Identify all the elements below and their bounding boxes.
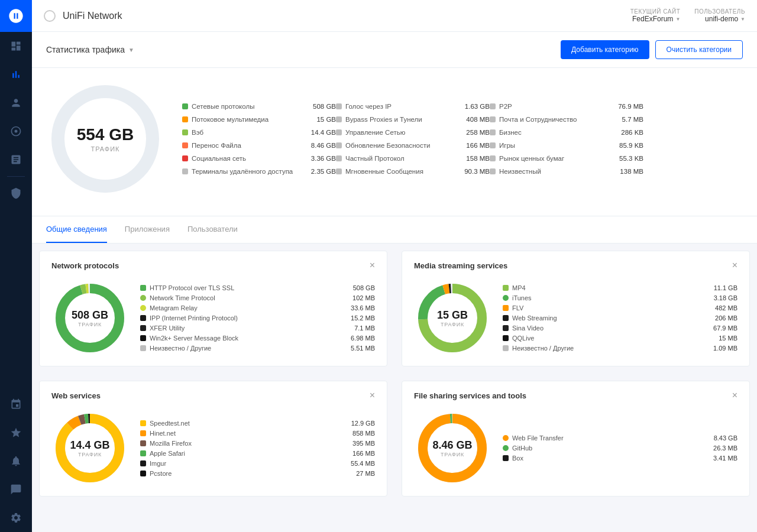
stats-icon (10, 69, 22, 80)
legend-dot (503, 295, 509, 301)
sidebar-item-notifications[interactable] (0, 447, 32, 475)
legend-name: Box (512, 455, 701, 462)
page-content: Статистика трафика Добавить категорию Оч… (32, 32, 757, 532)
close-media-streaming-button[interactable]: × (732, 261, 737, 270)
legend-dot (140, 420, 146, 426)
legend-name: Web Streaming (512, 314, 701, 322)
tabs-bar: Общие сведения Приложения Пользователи (32, 216, 757, 244)
sidebar-item-security[interactable] (0, 179, 32, 207)
legend-value: 55.4 MB (342, 460, 375, 467)
legend-value: 482 MB (705, 304, 737, 312)
sidebar (0, 0, 32, 532)
donut-center-file: 8.46 GB ТРАФИК (432, 439, 472, 458)
card-title-media-streaming: Media streaming services (414, 261, 507, 270)
close-file-sharing-button[interactable]: × (732, 391, 737, 400)
legend-item-10: Частный Протокол 158 MB (336, 153, 490, 164)
legend-dot (503, 345, 509, 351)
legend-name: Metagram Relay (150, 304, 339, 312)
legend-name: Mozilla Firefox (150, 440, 339, 447)
donut-label-media: ТРАФИК (437, 322, 468, 327)
list-item: MP4 11.1 GB (503, 283, 737, 293)
legend-item-8: Управление Сетью 258 MB (336, 127, 490, 138)
list-item: IPP (Internet Printing Protocol) 15.2 MB (140, 313, 375, 323)
card-media-streaming: Media streaming services × 15 GB (402, 251, 750, 366)
legend-name: Hinet.net (150, 430, 339, 437)
legend-value-15: 85.9 KB (608, 142, 643, 149)
list-item: Web File Transfer 8.43 GB (503, 433, 737, 443)
legend-name-0: Сетевые протоколы (192, 103, 297, 110)
main-traffic-value: 554 GB (77, 125, 134, 144)
legend-name: IPP (Internet Printing Protocol) (150, 314, 339, 322)
clients-icon (10, 97, 22, 109)
legend-value-8: 258 MB (454, 129, 490, 136)
main-traffic-label: ТРАФИК (77, 145, 134, 153)
svg-point-0 (15, 130, 18, 133)
tab-users[interactable]: Пользователи (187, 216, 238, 243)
legend-dot-11 (336, 168, 342, 174)
legend-value-9: 166 MB (454, 142, 490, 149)
clear-category-button[interactable]: Очистить категории (655, 40, 743, 59)
list-item: Network Time Protocol 102 MB (140, 293, 375, 303)
site-selector[interactable]: FedExForum (632, 15, 680, 23)
legend-value-6: 1.63 GB (454, 103, 490, 110)
list-item: Box 3.41 MB (503, 453, 737, 463)
user-selector[interactable]: unifi-demo (705, 15, 745, 23)
legend-dot-8 (336, 129, 342, 135)
legend-item-2: Вэб 14.4 GB (182, 127, 336, 138)
card-web-services: Web services × 14. (39, 381, 387, 497)
list-item: Sina Video 67.9 MB (503, 323, 737, 333)
app-logo[interactable] (0, 0, 32, 32)
legend-name-8: Управление Сетью (345, 129, 451, 136)
main-legend: Сетевые протоколы 508 GB Голос через IP … (182, 101, 643, 177)
sidebar-item-stats[interactable] (0, 60, 32, 89)
sidebar-item-favorites[interactable] (0, 419, 32, 447)
legend-dot-17 (490, 168, 496, 174)
legend-value: 102 MB (342, 294, 375, 301)
card-network-protocols: Network protocols × 508 GB ТРАФИК (39, 251, 387, 366)
legend-dot (140, 315, 146, 321)
legend-item-9: Обновление Безопасности 166 MB (336, 140, 490, 151)
legend-dot (503, 435, 509, 441)
legend-dot (140, 440, 146, 446)
sidebar-item-dashboard[interactable] (0, 32, 32, 60)
legend-value: 7.1 MB (342, 325, 375, 332)
close-web-services-button[interactable]: × (370, 391, 375, 400)
legend-dot (140, 305, 146, 311)
legend-dot (503, 315, 509, 321)
list-item: Win2k+ Server Message Block 6.98 MB (140, 333, 375, 343)
sidebar-bottom (0, 390, 32, 532)
legend-name-12: P2P (499, 103, 604, 110)
legend-item-1: Потоковое мультимедиа 15 GB (182, 114, 336, 125)
legend-value-4: 3.36 GB (300, 155, 336, 162)
legend-dot-2 (182, 129, 188, 135)
list-item: Imgur 55.4 MB (140, 458, 375, 468)
donut-value-network: 508 GB (72, 309, 108, 322)
list-item: Speedtest.net 12.9 GB (140, 418, 375, 428)
tab-applications[interactable]: Приложения (125, 216, 170, 243)
legend-media-streaming: MP4 11.1 GB iTunes 3.18 GB FLV 482 MB (503, 283, 737, 353)
donut-value-web: 14.4 GB (70, 439, 109, 452)
sidebar-item-settings[interactable] (0, 504, 32, 532)
legend-name: Web File Transfer (512, 434, 701, 442)
sidebar-item-events[interactable] (0, 390, 32, 419)
legend-name-3: Перенос Файла (192, 142, 297, 149)
legend-dot (140, 285, 146, 291)
card-header-file-sharing: File sharing services and tools × (414, 391, 737, 400)
add-category-button[interactable]: Добавить категорию (561, 40, 649, 59)
tab-overview[interactable]: Общие сведения (46, 216, 107, 243)
legend-dot-16 (490, 155, 496, 161)
close-network-protocols-button[interactable]: × (370, 261, 375, 270)
legend-name-9: Обновление Безопасности (345, 142, 451, 149)
legend-value: 508 GB (342, 284, 375, 291)
card-body-file-sharing: 8.46 GB ТРАФИК Web File Transfer 8.43 GB (414, 410, 737, 486)
legend-value: 1.09 MB (705, 345, 737, 352)
legend-name: Speedtest.net (150, 420, 339, 427)
sidebar-item-reports[interactable] (0, 145, 32, 174)
legend-item-0: Сетевые протоколы 508 GB (182, 101, 336, 112)
legend-dot-6 (336, 103, 342, 109)
ubiquiti-icon (8, 8, 24, 24)
sidebar-item-clients[interactable] (0, 89, 32, 117)
sidebar-item-devices[interactable] (0, 117, 32, 145)
sidebar-item-chat[interactable] (0, 475, 32, 504)
page-title[interactable]: Статистика трафика (46, 45, 134, 54)
